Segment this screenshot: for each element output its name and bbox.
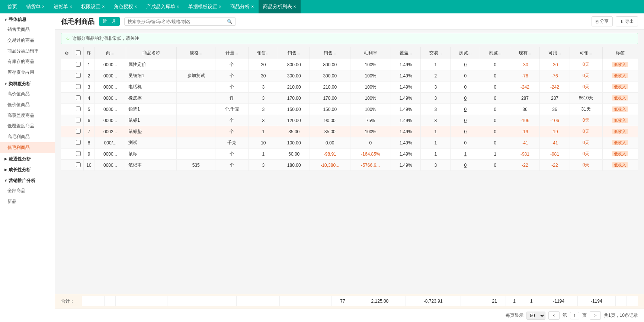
sidebar-group-营销推广分析[interactable]: ∨营销推广分析 — [0, 175, 55, 185]
sidebar-item-有库存的商品[interactable]: 有库存的商品 — [0, 56, 55, 67]
row-checkbox[interactable] — [76, 140, 81, 145]
cell-sales-qty: 3 — [249, 115, 278, 126]
th-tag[interactable]: 标签 — [602, 47, 638, 59]
nav-item-商品分析列表×[interactable]: 商品分析列表 × — [259, 0, 301, 13]
row-checkbox[interactable] — [76, 62, 81, 67]
th-sales-qty[interactable]: 销售... — [249, 47, 278, 59]
th-browse1[interactable]: 浏览... — [451, 47, 480, 59]
th-name[interactable]: 商品名称 — [126, 47, 177, 59]
cell-sales-qty: 1 — [249, 126, 278, 137]
cell-checkbox[interactable] — [73, 59, 83, 70]
select-all-checkbox[interactable] — [76, 50, 81, 55]
sidebar-item-低毛利商品[interactable]: 低毛利商品 — [0, 142, 55, 153]
nav-item-首页[interactable]: 首页 — [3, 0, 22, 13]
tag-badge: 低收入 — [612, 84, 628, 89]
nav-item-销货单×[interactable]: 销货单 × — [22, 0, 49, 13]
cell-browse1[interactable]: 0 — [451, 104, 480, 115]
export-button[interactable]: ⬇ 导出 — [616, 16, 638, 26]
th-sales-price[interactable]: 销售... — [278, 47, 310, 59]
per-page-select[interactable]: 50 20 100 — [526, 312, 545, 320]
cell-browse1[interactable]: 0 — [451, 59, 480, 70]
row-checkbox[interactable] — [76, 95, 81, 100]
th-coverage[interactable]: 覆盖... — [391, 47, 421, 59]
cell-code: 0000... — [94, 59, 126, 70]
row-checkbox[interactable] — [76, 84, 81, 89]
sidebar-item-高价值商品[interactable]: 高价值商品 — [0, 89, 55, 99]
cell-browse1[interactable]: 0 — [451, 70, 480, 82]
sidebar-group-流通性分析[interactable]: ▶流通性分析 — [0, 153, 55, 164]
sidebar-item-交易过的商品[interactable]: 交易过的商品 — [0, 35, 55, 46]
cell-checkbox[interactable] — [73, 104, 83, 115]
sidebar-item-低价值商品[interactable]: 低价值商品 — [0, 99, 55, 110]
row-checkbox[interactable] — [76, 106, 81, 111]
sidebar-group-成长性分析[interactable]: ▶成长性分析 — [0, 164, 55, 175]
cell-name: 笔记本 — [126, 160, 177, 171]
th-settings[interactable]: ⚙ — [61, 47, 73, 59]
search-input[interactable] — [128, 19, 227, 24]
nav-item-进货单×[interactable]: 进货单 × — [49, 0, 77, 13]
th-current-stock[interactable]: 现有... — [510, 47, 540, 59]
th-spec[interactable]: 规格... — [177, 47, 215, 59]
table-header: ⚙ 序 商... 商品名称 规格... 计量... 销售... 销售... 销售… — [61, 47, 638, 59]
cell-browse2: 0 — [480, 59, 510, 70]
row-checkbox[interactable] — [76, 129, 81, 134]
row-checkbox[interactable] — [76, 118, 81, 122]
th-checkbox[interactable] — [73, 47, 83, 59]
nav-item-权限设置×[interactable]: 权限设置 × — [77, 0, 109, 13]
next-page-button[interactable]: ＞ — [590, 311, 601, 320]
collapse-icon: ∨ — [4, 18, 7, 22]
cell-checkbox[interactable] — [73, 70, 83, 82]
th-unit[interactable]: 计量... — [215, 47, 249, 59]
th-trade[interactable]: 交易... — [421, 47, 451, 59]
sidebar-item-库存资金占用[interactable]: 库存资金占用 — [0, 67, 55, 78]
nav-item-产成品入库单×[interactable]: 产成品入库单 × — [142, 0, 184, 13]
filter-btn[interactable]: 近一月 — [99, 17, 120, 26]
th-available[interactable]: 可用... — [540, 47, 570, 59]
sidebar-item-销售类商品[interactable]: 销售类商品 — [0, 24, 55, 35]
row-checkbox[interactable] — [76, 162, 81, 167]
sidebar-item-低覆盖度商品[interactable]: 低覆盖度商品 — [0, 121, 55, 131]
prev-page-button[interactable]: ＜ — [548, 311, 560, 320]
sidebar-item-商品分类助销率[interactable]: 商品分类助销率 — [0, 46, 55, 57]
cell-name: 属性定价 — [126, 59, 177, 70]
cell-browse1[interactable]: 0 — [451, 160, 480, 171]
cell-saleable: 0天 — [570, 126, 602, 137]
cell-browse1[interactable]: 0 — [451, 93, 480, 104]
share-button[interactable]: ⎘ 分享 — [592, 16, 613, 26]
cell-checkbox[interactable] — [73, 160, 83, 171]
cell-current-stock: 287 — [510, 93, 540, 104]
th-sales-amount[interactable]: 销售... — [310, 47, 350, 59]
sidebar-item-新品[interactable]: 新品 — [0, 196, 55, 207]
th-saleable[interactable]: 可销... — [570, 47, 602, 59]
cell-available: -22 — [540, 160, 570, 171]
sidebar-item-高覆盖度商品[interactable]: 高覆盖度商品 — [0, 110, 55, 121]
sidebar-group-整体信息[interactable]: ∨整体信息 — [0, 13, 55, 24]
table-body: 1 0000... 属性定价 个 20 800.00 800.00 100% 1… — [61, 59, 638, 171]
cell-unit: 个 — [215, 126, 249, 137]
cell-browse1[interactable]: 0 — [451, 137, 480, 149]
cell-unit: 个 — [215, 115, 249, 126]
nav-item-单据模板设置×[interactable]: 单据模板设置 × — [184, 0, 226, 13]
cell-checkbox[interactable] — [73, 93, 83, 104]
th-browse2[interactable]: 浏览... — [480, 47, 510, 59]
cell-browse1[interactable]: 0 — [451, 115, 480, 126]
cell-checkbox[interactable] — [73, 115, 83, 126]
cell-checkbox[interactable] — [73, 137, 83, 149]
row-checkbox[interactable] — [76, 73, 81, 78]
sidebar-item-全部商品[interactable]: 全部商品 — [0, 185, 55, 196]
cell-browse1[interactable]: 0 — [451, 126, 480, 137]
row-checkbox[interactable] — [76, 151, 81, 156]
sidebar-item-高毛利商品[interactable]: 高毛利商品 — [0, 131, 55, 142]
cell-sales-amount: 90.00 — [310, 115, 350, 126]
cell-browse1[interactable]: 0 — [451, 82, 480, 93]
cell-checkbox[interactable] — [73, 82, 83, 93]
cell-checkbox[interactable] — [73, 149, 83, 160]
nav-item-角色授权×[interactable]: 角色授权 × — [109, 0, 142, 13]
search-icon[interactable]: 🔍 — [227, 19, 233, 24]
cell-checkbox[interactable] — [73, 126, 83, 137]
sidebar-group-类群度分析[interactable]: ∨类群度分析 — [0, 78, 55, 89]
th-gross-margin[interactable]: 毛利率 — [350, 47, 391, 59]
nav-item-商品分析×[interactable]: 商品分析 × — [226, 0, 258, 13]
cell-browse1[interactable]: 1 — [451, 149, 480, 160]
th-code[interactable]: 商... — [94, 47, 126, 59]
